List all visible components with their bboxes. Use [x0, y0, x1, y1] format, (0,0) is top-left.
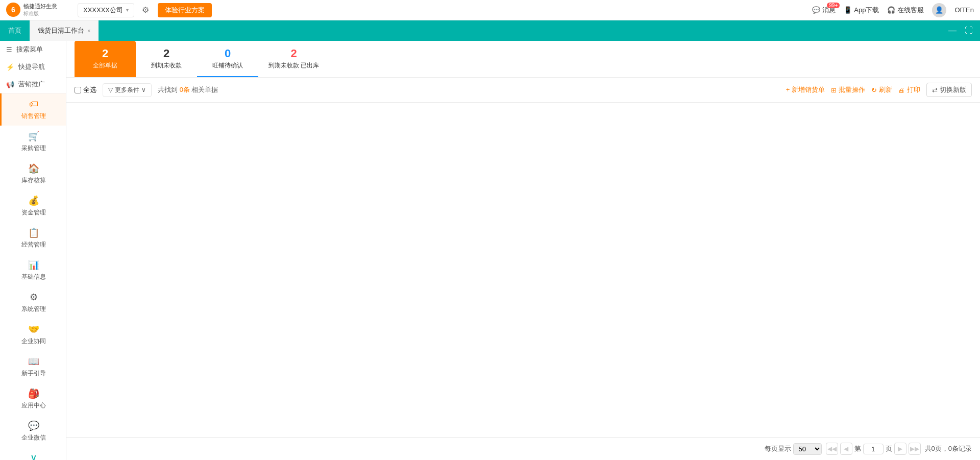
app-name: 畅捷通好生意	[23, 3, 57, 10]
wechat-icon: 💬	[28, 420, 39, 431]
username: OfTEn	[954, 6, 974, 14]
sidebar-label-purchase: 采购管理	[21, 144, 46, 153]
sidebar-label-enterprise: 企业协同	[21, 337, 46, 346]
print-btn[interactable]: 🖨 打印	[898, 85, 920, 94]
quick-nav-label: 快捷导航	[18, 62, 45, 71]
stat-label-all: 全部单据	[85, 61, 126, 70]
page-input[interactable]	[863, 444, 884, 454]
filter-icon: ▽	[108, 86, 113, 93]
message-btn[interactable]: 💬 消息 99+	[812, 6, 836, 15]
sidebar-item-sales[interactable]: 🏷 销售管理	[0, 93, 66, 126]
sidebar-item-finance[interactable]: 💰 资金管理	[0, 190, 66, 222]
stat-tab-all[interactable]: 2 全部单据	[75, 41, 136, 77]
tab-bar: 首页 钱货日清工作台 × — ⛶	[0, 20, 980, 41]
top-header: 6 畅捷通好生意 标准版 XXXXXX公司 ▾ ⚙ 体验行业方案 💬 消息 99…	[0, 0, 980, 20]
select-all-checkbox[interactable]: 全选	[75, 85, 96, 94]
stat-label-shipped: 到期未收款 已出库	[268, 61, 319, 70]
avatar[interactable]: 👤	[932, 3, 946, 17]
trial-btn[interactable]: 体验行业方案	[158, 3, 212, 17]
sidebar-marketing[interactable]: 📢 营销推广	[0, 76, 66, 93]
toolbar-right: + 新增销货单 ⊞ 批量操作 ↻ 刷新 🖨 打印 ⇄ 切换新版	[784, 83, 972, 97]
per-page-select[interactable]: 50 100 200	[793, 443, 822, 455]
print-icon: 🖨	[898, 86, 905, 94]
sidebar-item-basic[interactable]: 📊 基础信息	[0, 254, 66, 286]
found-prefix: 共找到	[158, 86, 178, 93]
found-count: 0条	[180, 86, 190, 93]
sidebar-quick-nav[interactable]: ⚡ 快捷导航	[0, 58, 66, 76]
message-icon: 💬	[812, 6, 820, 14]
stat-tab-wangpu[interactable]: 0 旺铺待确认	[197, 41, 258, 77]
sidebar-label-inventory: 库存核算	[21, 176, 46, 185]
marketing-label: 营销推广	[18, 80, 45, 89]
settings-button[interactable]: ⚙	[138, 3, 153, 17]
sidebar-item-system[interactable]: ⚙ 系统管理	[0, 286, 66, 319]
tab-collapse-btn[interactable]: —	[945, 23, 960, 38]
sidebar-item-inventory[interactable]: 🏠 库存核算	[0, 158, 66, 190]
stat-tab-overdue[interactable]: 2 到期未收款	[136, 41, 197, 77]
company-dropdown-arrow: ▾	[126, 7, 129, 13]
inventory-icon: 🏠	[28, 163, 39, 174]
total-text: 共0页，0条记录	[925, 444, 972, 453]
page-suffix: 页	[886, 444, 892, 453]
stat-num-shipped: 2	[268, 47, 319, 60]
sidebar-label-wechat: 企业微信	[21, 433, 46, 442]
filter-dropdown-icon: ∨	[141, 86, 146, 93]
avatar-icon: 👤	[935, 6, 943, 14]
stat-label-wangpu: 旺铺待确认	[207, 61, 248, 70]
select-all-input[interactable]	[75, 87, 81, 93]
tab-home-label: 首页	[8, 26, 21, 35]
stat-label-overdue: 到期未收款	[146, 61, 187, 70]
sidebar-item-guide[interactable]: 📖 新手引导	[0, 351, 66, 383]
sidebar-item-member[interactable]: V 畅会员	[0, 447, 66, 460]
company-name: XXXXXX公司	[83, 6, 123, 15]
sidebar-item-wechat[interactable]: 💬 企业微信	[0, 415, 66, 447]
prev-page-btn[interactable]: ◀	[840, 443, 852, 455]
finance-icon: 💰	[28, 195, 39, 206]
app-download-btn[interactable]: 📱 App下载	[844, 6, 879, 15]
batch-btn[interactable]: ⊞ 批量操作	[831, 85, 865, 94]
sidebar-item-appstore[interactable]: 🎒 应用中心	[0, 383, 66, 415]
enterprise-icon: 🤝	[28, 324, 39, 335]
content-area: 2 全部单据 2 到期未收款 0 旺铺待确认 2 到期未收款 已出库 全选	[66, 41, 980, 460]
online-service-btn[interactable]: 🎧 在线客服	[887, 6, 924, 15]
search-menu-icon: ☰	[6, 46, 12, 54]
first-page-btn[interactable]: ◀◀	[826, 443, 838, 455]
add-label: + 新增销货单	[786, 85, 825, 94]
next-page-btn[interactable]: ▶	[894, 443, 906, 455]
appstore-icon: 🎒	[28, 388, 39, 399]
sidebar-item-purchase[interactable]: 🛒 采购管理	[0, 126, 66, 158]
sidebar: ☰ 搜索菜单 ⚡ 快捷导航 📢 营销推广 🏷 销售管理 🛒 采购管理 🏠 库存核…	[0, 41, 66, 460]
gear-icon: ⚙	[142, 5, 149, 15]
sidebar-label-system: 系统管理	[21, 305, 46, 313]
found-text: 共找到 0条 相关单据	[158, 85, 218, 94]
guide-icon: 📖	[28, 356, 39, 367]
refresh-btn[interactable]: ↻ 刷新	[871, 85, 892, 94]
select-all-label: 全选	[83, 85, 96, 94]
tab-workbench[interactable]: 钱货日清工作台 ×	[30, 20, 99, 41]
print-label: 打印	[907, 85, 920, 94]
sidebar-label-guide: 新手引导	[21, 369, 46, 378]
stat-num-overdue: 2	[146, 47, 187, 60]
quick-nav-icon: ⚡	[6, 63, 14, 71]
search-menu-label: 搜索菜单	[16, 45, 43, 54]
company-selector[interactable]: XXXXXX公司 ▾	[78, 3, 134, 17]
sidebar-top: ☰ 搜索菜单 ⚡ 快捷导航 📢 营销推广	[0, 41, 66, 93]
system-icon: ⚙	[28, 292, 39, 303]
tab-expand-btn[interactable]: ⛶	[962, 23, 976, 38]
logo-area: 6 畅捷通好生意 标准版	[6, 3, 72, 17]
add-sale-btn[interactable]: + 新增销货单	[784, 85, 825, 94]
batch-label: 批量操作	[839, 85, 865, 94]
app-logo: 6	[6, 3, 20, 17]
stat-tab-shipped[interactable]: 2 到期未收款 已出库	[258, 41, 329, 77]
sidebar-item-enterprise[interactable]: 🤝 企业协同	[0, 319, 66, 351]
sidebar-search-menu[interactable]: ☰ 搜索菜单	[0, 41, 66, 58]
operation-icon: 📋	[28, 227, 39, 238]
pagination-bar: 每页显示 50 100 200 ◀◀ ◀ 第 页 ▶ ▶▶ 共0页，0条记录	[66, 437, 980, 460]
filter-btn[interactable]: ▽ 更多条件 ∨	[103, 83, 152, 97]
sidebar-item-operation[interactable]: 📋 经营管理	[0, 222, 66, 254]
tab-home[interactable]: 首页	[0, 20, 30, 41]
switch-btn[interactable]: ⇄ 切换新版	[926, 83, 972, 97]
last-page-btn[interactable]: ▶▶	[909, 443, 921, 455]
tab-close-icon[interactable]: ×	[87, 28, 90, 34]
toolbar: 全选 ▽ 更多条件 ∨ 共找到 0条 相关单据 + 新增销货单 ⊞ 批量操作	[66, 78, 980, 103]
